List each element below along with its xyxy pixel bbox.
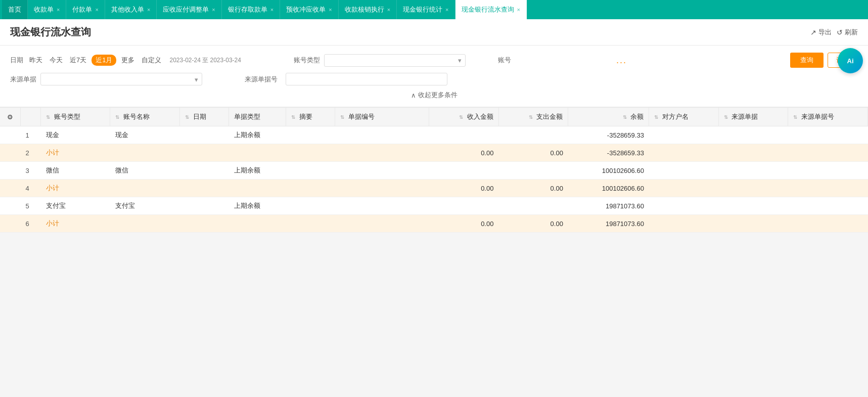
gear-icon[interactable]: ⚙ (5, 112, 15, 122)
source-doc-select-wrapper[interactable] (40, 73, 202, 85)
column-gear: ⚙ (0, 108, 21, 126)
sort-icon: ⇅ (529, 114, 533, 120)
close-icon[interactable]: × (270, 7, 273, 13)
table-cell (429, 197, 498, 215)
table-cell (0, 144, 21, 162)
column-expense[interactable]: ⇅ 支出金额 (498, 108, 568, 126)
filter-area: 日期 昨天 今天 近7天 近1月 更多 自定义 2023-02-24 至 202… (0, 46, 868, 107)
collapse-label: 收起更多条件 (418, 91, 458, 100)
close-icon[interactable]: × (387, 7, 390, 13)
table-body: 1现金现金上期余额-3528659.332小计0.000.00-3528659.… (0, 126, 868, 233)
column-balance-label: 余额 (630, 113, 644, 120)
nav-tab-payment[interactable]: 付款单 × (66, 0, 105, 19)
nav-tab-home[interactable]: 首页 (2, 0, 28, 19)
date-opt-custom[interactable]: 自定义 (140, 55, 163, 66)
column-counterparty[interactable]: ⇅ 对方户名 (649, 108, 718, 126)
header-actions: ↗ 导出 ↺ 刷新 (810, 28, 858, 37)
nav-tab-bank-deposit[interactable]: 银行存取款单 × (222, 0, 280, 19)
nav-tab-bank-flow[interactable]: 现金银行流水查询 × (455, 0, 527, 19)
column-balance[interactable]: ⇅ 余额 (568, 108, 649, 126)
table-cell: 0.00 (429, 180, 498, 197)
source-doc-no-label: 来源单据号 (245, 75, 278, 84)
column-source-doc-label: 来源单据 (732, 113, 758, 120)
date-range-display: 2023-02-24 至 2023-03-24 (169, 56, 241, 65)
source-doc-select[interactable] (40, 73, 202, 85)
nav-tab-other-income[interactable]: 其他收入单 × (105, 0, 157, 19)
column-source-doc[interactable]: ⇅ 来源单据 (718, 108, 788, 126)
table-header-row: ⚙ ⇅ 账号类型 ⇅ 账号名称 ⇅ 日期 单据类型 (0, 108, 868, 126)
source-doc-label: 来源单据 (10, 75, 36, 84)
table-cell (286, 197, 335, 215)
sort-icon: ⇅ (185, 114, 189, 120)
table-row[interactable]: 3微信微信上期余额100102606.60 (0, 162, 868, 180)
table-row[interactable]: 2小计0.000.00-3528659.33 (0, 144, 868, 162)
table-cell: 19871073.60 (568, 197, 649, 215)
collapse-up-icon: ∧ (411, 92, 416, 99)
column-source-doc-no[interactable]: ⇅ 来源单据号 (788, 108, 868, 126)
table-cell: 现金 (41, 126, 110, 144)
account-dots-button[interactable]: ... (616, 55, 627, 66)
source-doc-no-input[interactable] (286, 73, 447, 85)
column-doc-type-label: 单据类型 (234, 113, 260, 120)
column-account-type-label: 账号类型 (54, 113, 80, 120)
ai-assistant-button[interactable]: Ai (838, 48, 863, 73)
table-row[interactable]: 1现金现金上期余额-3528659.33 (0, 126, 868, 144)
column-account-name[interactable]: ⇅ 账号名称 (110, 108, 179, 126)
date-opt-yesterday[interactable]: 昨天 (27, 55, 44, 66)
nav-tab-bank-stats[interactable]: 现金银行统计 × (397, 0, 455, 19)
column-doc-no[interactable]: ⇅ 单据编号 (335, 108, 429, 126)
query-button[interactable]: 查询 (790, 53, 824, 68)
account-type-select[interactable] (324, 54, 466, 67)
table-row[interactable]: 6小计0.000.0019871073.60 (0, 215, 868, 233)
table-cell: 微信 (41, 162, 110, 180)
column-income[interactable]: ⇅ 收入金额 (429, 108, 498, 126)
account-type-label: 账号类型 (294, 56, 320, 65)
sort-icon: ⇅ (340, 114, 344, 120)
close-icon[interactable]: × (147, 7, 150, 13)
close-icon[interactable]: × (329, 7, 332, 13)
table-cell (0, 197, 21, 215)
column-source-doc-no-label: 来源单据号 (801, 113, 834, 120)
table-cell (335, 162, 429, 180)
table-cell (179, 197, 229, 215)
table-cell (286, 126, 335, 144)
close-icon[interactable]: × (57, 7, 60, 13)
sort-icon: ⇅ (654, 114, 658, 120)
table-cell (229, 180, 286, 197)
refresh-label: 刷新 (845, 28, 858, 37)
nav-tab-collection-exec[interactable]: 收款核销执行 × (339, 0, 397, 19)
date-opt-today[interactable]: 今天 (48, 55, 65, 66)
nav-tab-receipt[interactable]: 收款单 × (28, 0, 66, 19)
close-icon[interactable]: × (212, 7, 215, 13)
nav-tab-prepay-offset[interactable]: 预收冲应收单 × (280, 0, 338, 19)
collapse-button[interactable]: ∧ 收起更多条件 (411, 91, 458, 100)
nav-tab-ar-adjust[interactable]: 应收应付调整单 × (157, 0, 221, 19)
table-row[interactable]: 4小计0.000.00100102606.60 (0, 180, 868, 197)
table-cell (649, 197, 718, 215)
date-opt-more[interactable]: 更多 (119, 55, 136, 66)
close-icon[interactable]: × (95, 7, 98, 13)
nav-tab-prepay-offset-label: 预收冲应收单 (286, 5, 326, 14)
table-cell: 支付宝 (110, 197, 179, 215)
table-row[interactable]: 5支付宝支付宝上期余额19871073.60 (0, 197, 868, 215)
nav-tab-payment-label: 付款单 (72, 5, 92, 14)
column-account-type[interactable]: ⇅ 账号类型 (41, 108, 110, 126)
table-cell (179, 180, 229, 197)
export-button[interactable]: ↗ 导出 (810, 28, 832, 37)
column-summary[interactable]: ⇅ 摘要 (286, 108, 335, 126)
column-doc-type[interactable]: 单据类型 (229, 108, 286, 126)
refresh-button[interactable]: ↺ 刷新 (837, 28, 858, 37)
date-opt-7days[interactable]: 近7天 (68, 55, 88, 66)
table-cell (498, 126, 568, 144)
column-date[interactable]: ⇅ 日期 (179, 108, 229, 126)
table-cell: 微信 (110, 162, 179, 180)
close-icon[interactable]: × (517, 7, 520, 13)
close-icon[interactable]: × (445, 7, 448, 13)
table-cell (110, 144, 179, 162)
account-type-select-wrapper[interactable] (324, 54, 466, 67)
table-cell (229, 144, 286, 162)
column-counterparty-label: 对方户名 (662, 113, 689, 120)
table-cell (718, 144, 788, 162)
sort-icon: ⇅ (793, 114, 797, 120)
date-opt-1month[interactable]: 近1月 (92, 55, 116, 66)
